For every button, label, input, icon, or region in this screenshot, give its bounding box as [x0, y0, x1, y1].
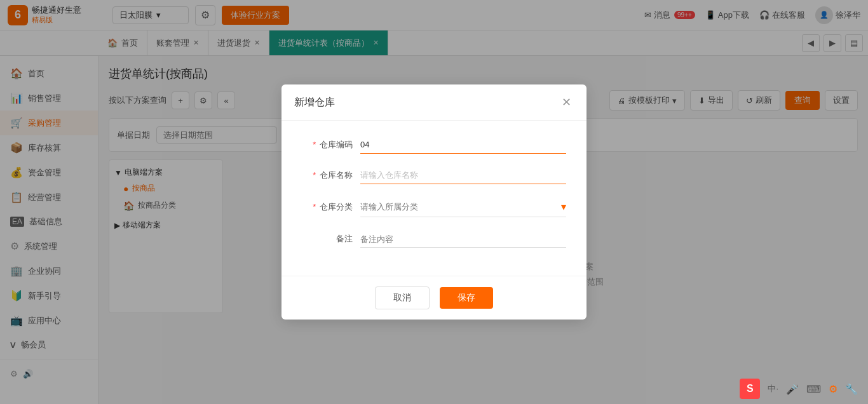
new-warehouse-modal: 新增仓库 ✕ * 仓库编码 * 仓库名称: [281, 84, 587, 320]
zh-button[interactable]: 中·: [768, 383, 778, 394]
name-field-row: * 仓库名称: [302, 166, 566, 184]
remark-label: 备注: [302, 233, 353, 245]
required-star-3: *: [313, 202, 316, 212]
bottom-bar: S 中· 🎤 ⌨ ⚙ 🔧: [729, 374, 868, 404]
warehouse-code-input[interactable]: [360, 136, 566, 154]
code-label: * 仓库编码: [302, 139, 353, 151]
modal-header: 新增仓库 ✕: [281, 84, 587, 121]
modal-overlay[interactable]: 新增仓库 ✕ * 仓库编码 * 仓库名称: [0, 0, 868, 404]
warehouse-name-input[interactable]: [360, 166, 566, 184]
category-select-wrap[interactable]: ▾: [360, 197, 566, 217]
category-label: * 仓库分类: [302, 201, 353, 213]
name-label: * 仓库名称: [302, 170, 353, 181]
remark-textarea[interactable]: [360, 230, 566, 248]
dropdown-arrow-icon: ▾: [561, 201, 566, 213]
modal-footer: 取消 保存: [281, 276, 587, 320]
modal-close-button[interactable]: ✕: [559, 95, 574, 110]
cancel-button[interactable]: 取消: [375, 286, 430, 309]
settings-icon[interactable]: ⚙: [829, 383, 837, 395]
modal-body: * 仓库编码 * 仓库名称 * 仓库分类: [281, 121, 587, 276]
save-button[interactable]: 保存: [440, 287, 493, 309]
required-star-2: *: [313, 170, 316, 180]
keyboard-icon[interactable]: ⌨: [806, 383, 821, 395]
modal-title: 新增仓库: [294, 96, 335, 109]
code-field-row: * 仓库编码: [302, 136, 566, 154]
required-star: *: [313, 140, 316, 149]
remark-field-row: 备注: [302, 230, 566, 248]
tools-icon[interactable]: 🔧: [845, 383, 858, 395]
category-field-row: * 仓库分类 ▾: [302, 197, 566, 217]
mic-icon[interactable]: 🎤: [786, 383, 799, 395]
category-input[interactable]: [360, 202, 561, 212]
s-logo-icon: S: [740, 379, 760, 399]
